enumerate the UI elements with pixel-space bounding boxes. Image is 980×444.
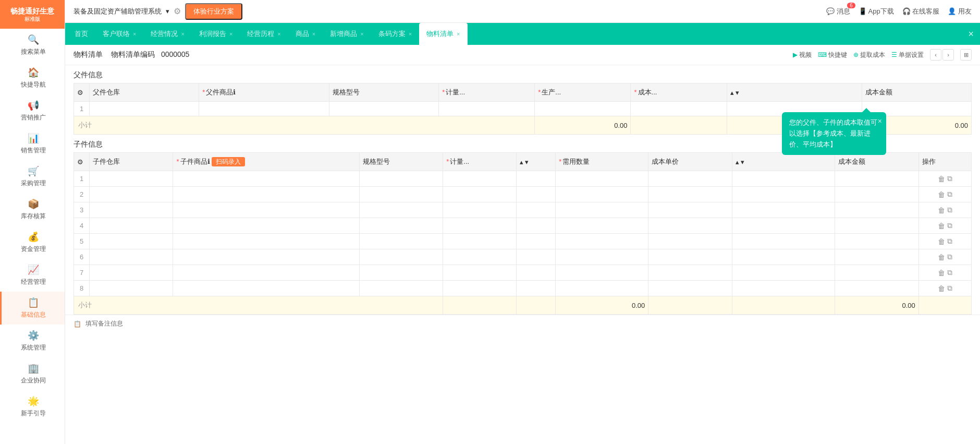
delete-btn-6[interactable]: 🗑 [938, 253, 945, 261]
copy-btn-8[interactable]: ⧉ [947, 284, 952, 293]
navtab-goods[interactable]: 商品 × [288, 23, 323, 45]
sidebar-item-system[interactable]: ⚙️系统管理 [0, 325, 65, 357]
sidebar-item-quicknav[interactable]: 🏠快捷导航 [0, 62, 65, 94]
navtab-home[interactable]: 首页 [67, 23, 95, 45]
grid-view-btn[interactable]: ⊞ [960, 49, 972, 61]
child-cell-unit-8[interactable] [443, 281, 517, 296]
sidebar-item-sales[interactable]: 📊销售管理 [0, 127, 65, 160]
child-cell-warehouse-2[interactable] [90, 187, 173, 202]
child-cell-unit-4[interactable] [443, 218, 517, 234]
child-cell-goods-4[interactable] [173, 218, 359, 234]
sidebar-item-purchase[interactable]: 🛒采购管理 [0, 160, 65, 193]
parent-cell-warehouse-1[interactable] [90, 102, 199, 116]
child-cell-cost-price-7[interactable] [648, 265, 732, 281]
child-cell-spec-8[interactable] [359, 281, 443, 296]
child-cell-goods-3[interactable] [173, 202, 359, 218]
child-cell-goods-1[interactable] [173, 171, 359, 187]
child-cell-qty-2[interactable] [556, 187, 648, 202]
child-cell-qty-7[interactable] [556, 265, 648, 281]
navtab-barcode[interactable]: 条码方案 × [371, 23, 419, 45]
extract-cost-action[interactable]: ⊕ 提取成本 [853, 51, 885, 59]
system-dropdown[interactable]: ▾ [166, 7, 169, 15]
sidebar-item-search[interactable]: 🔍搜索菜单 [0, 29, 65, 62]
child-cell-goods-5[interactable] [173, 234, 359, 249]
child-cell-qty-8[interactable] [556, 281, 648, 296]
page-tab-material-list[interactable]: 物料清单 [74, 50, 103, 59]
child-cell-warehouse-5[interactable] [90, 234, 173, 249]
navtab-bizhistory[interactable]: 经营历程 × [240, 23, 288, 45]
trial-button[interactable]: 体验行业方案 [185, 3, 242, 20]
next-btn[interactable]: › [942, 49, 954, 61]
child-cell-goods-6[interactable] [173, 249, 359, 265]
gear-icon[interactable]: ⚙ [174, 6, 181, 16]
child-cell-qty-1[interactable] [556, 171, 648, 187]
navtab-material[interactable]: 物料清单 × [419, 23, 467, 45]
delete-btn-3[interactable]: 🗑 [938, 206, 945, 214]
delete-btn-4[interactable]: 🗑 [938, 222, 945, 230]
shortcut-action[interactable]: ⌨ 快捷键 [818, 51, 847, 59]
scan-btn[interactable]: 扫码录入 [212, 157, 245, 166]
child-cell-spec-7[interactable] [359, 265, 443, 281]
child-cell-warehouse-3[interactable] [90, 202, 173, 218]
user-menu[interactable]: 👤 用友 [948, 7, 972, 16]
prev-btn[interactable]: ‹ [930, 49, 941, 61]
navtab-close-goods[interactable]: × [312, 31, 315, 37]
navtab-profit[interactable]: 利润报告 × [192, 23, 240, 45]
child-cell-spec-3[interactable] [359, 202, 443, 218]
copy-btn-1[interactable]: ⧉ [947, 174, 952, 183]
child-cell-qty-5[interactable] [556, 234, 648, 249]
online-service-btn[interactable]: 🎧 在线客服 [902, 7, 940, 16]
child-cell-warehouse-1[interactable] [90, 171, 173, 187]
notes-text[interactable]: 填写备注信息 [85, 319, 123, 328]
child-cell-warehouse-7[interactable] [90, 265, 173, 281]
sidebar-item-stock[interactable]: 📦库存核算 [0, 193, 65, 226]
copy-btn-7[interactable]: ⧉ [947, 268, 952, 277]
navtab-close-profit[interactable]: × [229, 31, 232, 37]
parent-col-gear[interactable]: ⚙ [74, 83, 90, 102]
child-col-gear[interactable]: ⚙ [74, 153, 90, 171]
child-cell-spec-6[interactable] [359, 249, 443, 265]
child-cell-warehouse-8[interactable] [90, 281, 173, 296]
sidebar-item-basic[interactable]: 📋基础信息 [0, 292, 65, 325]
child-cell-qty-6[interactable] [556, 249, 648, 265]
navtab-newgoods[interactable]: 新增商品 × [323, 23, 371, 45]
sidebar-item-marketing[interactable]: 📢营销推广 [0, 94, 65, 127]
child-cell-spec-5[interactable] [359, 234, 443, 249]
parent-cell-goods-1[interactable] [199, 102, 329, 116]
copy-btn-5[interactable]: ⧉ [947, 237, 952, 246]
sidebar-item-guide[interactable]: 🌟新手引导 [0, 390, 65, 423]
child-cell-warehouse-6[interactable] [90, 249, 173, 265]
child-cell-goods-7[interactable] [173, 265, 359, 281]
child-cell-cost-price-3[interactable] [648, 202, 732, 218]
child-cell-spec-4[interactable] [359, 218, 443, 234]
sidebar-item-operation[interactable]: 📈经营管理 [0, 259, 65, 292]
delete-btn-5[interactable]: 🗑 [938, 237, 945, 246]
copy-btn-2[interactable]: ⧉ [947, 190, 952, 199]
child-cell-unit-5[interactable] [443, 234, 517, 249]
copy-btn-3[interactable]: ⧉ [947, 206, 952, 214]
child-cell-cost-price-5[interactable] [648, 234, 732, 249]
close-all-tabs-btn[interactable]: × [964, 29, 978, 40]
video-action[interactable]: ▶ 视频 [793, 51, 812, 59]
child-cell-unit-2[interactable] [443, 187, 517, 202]
parent-cell-spec-1[interactable] [329, 102, 438, 116]
navtab-close-newgoods[interactable]: × [360, 31, 363, 37]
child-cell-unit-3[interactable] [443, 202, 517, 218]
child-cell-qty-3[interactable] [556, 202, 648, 218]
parent-cell-cost-1[interactable] [631, 102, 727, 116]
delete-btn-7[interactable]: 🗑 [938, 269, 945, 277]
child-cell-cost-price-6[interactable] [648, 249, 732, 265]
copy-btn-6[interactable]: ⧉ [947, 253, 952, 261]
child-cell-goods-8[interactable] [173, 281, 359, 296]
navtab-close-material[interactable]: × [457, 31, 460, 37]
navtab-close-customer[interactable]: × [133, 31, 136, 37]
app-download-btn[interactable]: 📱 App下载 [859, 7, 894, 16]
copy-btn-4[interactable]: ⧉ [947, 221, 952, 230]
child-cell-unit-6[interactable] [443, 249, 517, 265]
tooltip-close-btn[interactable]: × [878, 115, 882, 127]
navtab-customer[interactable]: 客户联络 × [95, 23, 143, 45]
sidebar-item-finance[interactable]: 💰资金管理 [0, 226, 65, 259]
child-cell-cost-price-2[interactable] [648, 187, 732, 202]
single-settings-action[interactable]: ☰ 单据设置 [891, 51, 924, 59]
delete-btn-8[interactable]: 🗑 [938, 284, 945, 293]
